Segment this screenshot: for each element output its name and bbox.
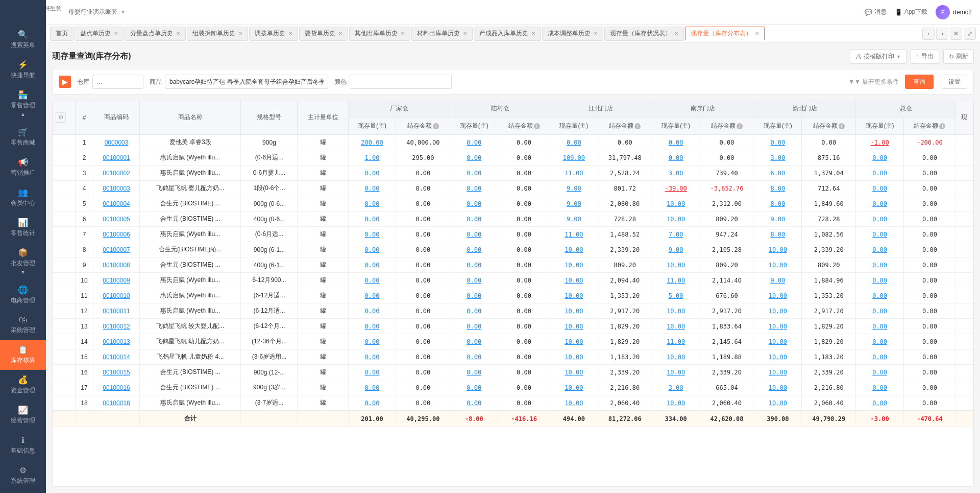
td-nanan-current[interactable]: 0.00 [652,150,700,166]
td-changjia-current[interactable]: 0.00 [348,196,396,212]
td-jiangbei-current[interactable]: 0.00 [550,135,598,150]
sidebar-item-operation[interactable]: 📈 经营管理 [0,400,46,430]
filter-expand-link[interactable]: ▼▼ 展开更多条件 [848,78,899,86]
user-area[interactable]: E demo2 [936,5,972,19]
td-jiangbei-current[interactable]: 10.00 [550,395,598,411]
tab-close-icon[interactable]: ✕ [338,31,342,36]
td-code[interactable]: 0000003 [93,135,139,150]
td-total-current[interactable]: 0.00 [856,380,904,395]
sidebar-item-system[interactable]: ⚙ 系统管理 [0,460,46,490]
td-nanan-current[interactable]: 11.00 [652,273,700,288]
td-nanan-current[interactable]: 5.00 [652,288,700,303]
tab-cost-adjust[interactable]: 成本调整单历史 ✕ [542,27,603,41]
td-lucun-current[interactable]: 0.00 [450,288,498,303]
td-yubei-current[interactable]: 3.00 [754,150,802,166]
td-yubei-current[interactable]: 9.00 [754,212,802,227]
td-yubei-current[interactable]: 10.00 [754,288,802,303]
td-yubei-current[interactable]: 6.00 [754,166,802,181]
tab-next-btn[interactable]: › [936,28,948,40]
tab-close-icon[interactable]: ✕ [238,31,242,36]
td-code[interactable]: 00100014 [93,349,139,365]
tab-requisition[interactable]: 要货单历史 ✕ [299,27,348,41]
td-lucun-current[interactable]: 0.00 [450,349,498,365]
td-changjia-current[interactable]: 0.00 [348,242,396,257]
td-total-current[interactable]: 0.00 [856,212,904,227]
tab-home[interactable]: 首页 [50,27,74,41]
td-changjia-current[interactable]: 0.00 [348,319,396,334]
td-jiangbei-current[interactable]: 10.00 [550,242,598,257]
td-code[interactable]: 00100006 [93,227,139,242]
info-icon[interactable]: i [737,123,743,129]
td-jiangbei-current[interactable]: 9.00 [550,181,598,196]
td-jiangbei-current[interactable]: 10.00 [550,273,598,288]
td-yubei-current[interactable]: 10.00 [754,242,802,257]
sidebar-item-finance[interactable]: 💰 资金管理 [0,370,46,400]
td-nanan-current[interactable]: 10.00 [652,349,700,365]
td-yubei-current[interactable]: 0.00 [754,135,802,150]
sidebar-item-retail-store[interactable]: 🛒 零售商城 [0,122,46,152]
td-nanan-current[interactable]: 3.00 [652,166,700,181]
td-total-current[interactable]: -1.00 [856,135,904,150]
td-code[interactable]: 00100001 [93,150,139,166]
th-settings[interactable]: ⚙ [53,100,75,135]
tab-inventory-single[interactable]: 盘点单历史 ✕ [75,27,124,41]
sidebar-item-wholesale[interactable]: 📦 批发管理 ▼ [0,243,46,280]
td-yubei-current[interactable]: 10.00 [754,395,802,411]
td-changjia-current[interactable]: 0.00 [348,288,396,303]
td-changjia-current[interactable]: 200.00 [348,135,396,150]
td-lucun-current[interactable]: 0.00 [450,150,498,166]
td-total-current[interactable]: 0.00 [856,395,904,411]
td-yubei-current[interactable]: 8.00 [754,196,802,212]
sidebar-item-search[interactable]: 🔍 搜索英单 [0,25,46,55]
td-total-current[interactable]: 0.00 [856,150,904,166]
td-yubei-current[interactable]: 10.00 [754,334,802,349]
app-download-btn[interactable]: 📱 App下载 [895,8,927,16]
td-yubei-current[interactable]: 8.00 [754,181,802,196]
td-lucun-current[interactable]: 0.00 [450,395,498,411]
td-yubei-current[interactable]: 10.00 [754,319,802,334]
td-total-current[interactable]: 0.00 [856,303,904,319]
message-btn[interactable]: 💬 消息 [865,8,887,16]
td-code[interactable]: 00100013 [93,334,139,349]
tab-other-out[interactable]: 其他出库单历史 ✕ [349,27,410,41]
td-code[interactable]: 00100003 [93,181,139,196]
td-lucun-current[interactable]: 0.00 [450,334,498,349]
td-yubei-current[interactable]: 9.00 [754,273,802,288]
product-input[interactable] [165,75,328,89]
td-lucun-current[interactable]: 0.00 [450,227,498,242]
sidebar-item-retail-stats[interactable]: 📊 零售统计 [0,213,46,243]
td-jiangbei-current[interactable]: 11.00 [550,227,598,242]
td-nanan-current[interactable]: 10.00 [652,319,700,334]
td-nanan-current[interactable]: 10.00 [652,196,700,212]
td-changjia-current[interactable]: 0.00 [348,349,396,365]
td-changjia-current[interactable]: 0.00 [348,380,396,395]
info-icon[interactable]: i [433,123,439,129]
td-nanan-current[interactable]: 10.00 [652,212,700,227]
td-nanan-current[interactable]: 10.00 [652,395,700,411]
td-jiangbei-current[interactable]: 9.00 [550,212,598,227]
sidebar-item-retail-mgmt[interactable]: 🏪 零售管理 ▲ [0,85,46,122]
td-jiangbei-current[interactable]: 10.00 [550,365,598,380]
td-changjia-current[interactable]: 0.00 [348,181,396,196]
td-jiangbei-current[interactable]: 10.00 [550,349,598,365]
tab-close-icon[interactable]: ✕ [531,31,535,36]
sidebar-item-base-info[interactable]: ℹ 基础信息 [0,430,46,460]
td-lucun-current[interactable]: 0.00 [450,303,498,319]
td-changjia-current[interactable]: 0.00 [348,212,396,227]
td-changjia-current[interactable]: 0.00 [348,166,396,181]
td-total-current[interactable]: 0.00 [856,196,904,212]
tab-close-icon[interactable]: ✕ [176,31,180,36]
td-nanan-current[interactable]: 9.00 [652,242,700,257]
td-lucun-current[interactable]: 0.00 [450,181,498,196]
tab-stock-status[interactable]: 现存量（库存状况表） ✕ [604,27,684,41]
td-lucun-current[interactable]: 0.00 [450,365,498,380]
export-btn[interactable]: ↑ 导出 [911,49,939,64]
td-total-current[interactable]: 0.00 [856,365,904,380]
info-icon[interactable]: i [939,123,945,129]
tab-close-icon[interactable]: ✕ [463,31,467,36]
dropdown-icon[interactable]: ▼ [120,9,126,15]
settings-icon[interactable]: ⚙ [56,112,66,123]
td-code[interactable]: 00100015 [93,365,139,380]
td-total-current[interactable]: 0.00 [856,319,904,334]
td-lucun-current[interactable]: 0.00 [450,212,498,227]
